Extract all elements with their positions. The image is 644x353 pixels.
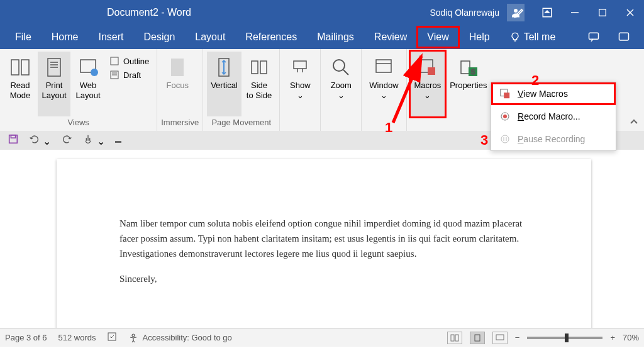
annotation-2: 2 xyxy=(531,72,539,89)
svg-rect-32 xyxy=(461,61,470,74)
svg-rect-46 xyxy=(451,335,454,341)
close-icon[interactable] xyxy=(616,0,644,25)
web-view-icon[interactable] xyxy=(492,332,508,344)
svg-line-27 xyxy=(343,70,348,75)
touch-mode-icon[interactable]: ⌄ xyxy=(80,132,107,148)
menu-design[interactable]: Design xyxy=(135,28,184,47)
zoom-slider[interactable] xyxy=(527,337,602,339)
signature-line: Sincerely, xyxy=(119,271,528,286)
ribbon-group-show: Show⌄ xyxy=(280,49,321,131)
svg-point-38 xyxy=(503,115,507,118)
pen-icon[interactable] xyxy=(506,0,533,25)
svg-rect-20 xyxy=(171,59,184,76)
menu-help[interactable]: Help xyxy=(460,28,499,47)
menu-insert[interactable]: Insert xyxy=(89,28,132,47)
menu-tellme[interactable]: Tell me xyxy=(501,28,565,47)
zoom-level[interactable]: 70% xyxy=(623,333,639,342)
share-icon[interactable] xyxy=(610,25,638,50)
draft-button[interactable]: Draft xyxy=(106,68,153,82)
svg-rect-44 xyxy=(108,333,116,340)
pause-recording-item: Pause Recording xyxy=(491,128,616,150)
pause-icon xyxy=(499,133,511,145)
read-mode-button[interactable]: Read Mode xyxy=(4,52,36,116)
ribbon-group-pagemove: Vertical Side to Side Page Movement xyxy=(203,49,280,131)
svg-point-15 xyxy=(91,69,98,76)
document-title: Document2 - Word xyxy=(107,7,191,18)
properties-button[interactable]: S Properties xyxy=(446,52,491,116)
menu-bar: File Home Insert Design Layout Reference… xyxy=(0,25,644,49)
undo-icon[interactable]: ⌄ xyxy=(26,132,53,148)
svg-rect-23 xyxy=(252,61,258,74)
ribbon-group-immersive: Focus Immersive xyxy=(157,49,203,131)
print-layout-button[interactable]: Print Layout xyxy=(38,52,70,116)
svg-point-26 xyxy=(333,60,345,71)
maximize-icon[interactable] xyxy=(589,0,616,25)
outline-button[interactable]: Outline xyxy=(106,54,153,68)
zoom-button[interactable]: Zoom⌄ xyxy=(325,52,357,116)
accessibility-icon xyxy=(128,333,138,343)
svg-point-39 xyxy=(501,135,509,143)
annotation-1: 1 xyxy=(385,120,392,136)
annotation-arrow xyxy=(384,47,440,129)
menu-layout[interactable]: Layout xyxy=(186,28,234,47)
qat-customize-icon[interactable]: ▬ xyxy=(113,136,124,145)
show-button[interactable]: Show⌄ xyxy=(284,52,316,116)
word-count[interactable]: 512 words xyxy=(58,333,96,342)
svg-line-50 xyxy=(393,56,421,123)
menu-mailings[interactable]: Mailings xyxy=(308,28,363,47)
ribbon-group-zoom: Zoom⌄ xyxy=(321,49,362,131)
lightbulb-icon xyxy=(510,32,520,42)
ribbon-display-icon[interactable] xyxy=(533,0,561,25)
svg-rect-16 xyxy=(111,57,118,65)
web-layout-button[interactable]: Web Layout xyxy=(72,52,104,116)
comments-icon[interactable] xyxy=(580,25,608,50)
title-bar: Document2 - Word Sodiq Olanrewaju xyxy=(0,0,644,25)
record-macro-item[interactable]: Record Macro... xyxy=(491,105,616,128)
svg-point-45 xyxy=(132,334,135,337)
macros-dropdown: View Macros Record Macro... Pause Record… xyxy=(491,82,616,151)
view-macros-item[interactable]: View Macros xyxy=(491,82,616,105)
zoom-out-icon[interactable]: − xyxy=(515,333,520,342)
side-to-side-button[interactable]: Side to Side xyxy=(243,52,275,116)
status-bar: Page 3 of 6 512 words Accessibility: Goo… xyxy=(0,328,644,347)
svg-rect-49 xyxy=(496,335,504,340)
record-icon xyxy=(499,110,511,123)
menu-home[interactable]: Home xyxy=(43,28,87,47)
svg-rect-3 xyxy=(599,9,606,16)
window-controls xyxy=(506,0,644,25)
collapse-ribbon-icon[interactable] xyxy=(629,117,639,130)
ribbon-group-views: Read Mode Print Layout Web Layout Outlin… xyxy=(0,49,157,131)
minimize-icon[interactable] xyxy=(561,0,589,25)
svg-rect-9 xyxy=(21,60,29,75)
save-icon[interactable] xyxy=(5,132,21,148)
svg-rect-36 xyxy=(504,92,509,98)
page-indicator[interactable]: Page 3 of 6 xyxy=(5,333,47,342)
svg-rect-43 xyxy=(11,135,15,138)
body-paragraph: Nam liber tempor cum soluta nobis eleife… xyxy=(119,216,528,261)
accessibility-status[interactable]: Accessibility: Good to go xyxy=(128,333,231,343)
svg-rect-8 xyxy=(11,60,19,75)
zoom-in-icon[interactable]: + xyxy=(610,333,615,342)
macro-list-icon xyxy=(499,87,511,100)
document-area[interactable]: Nam liber tempor cum soluta nobis eleife… xyxy=(0,150,644,328)
menu-review[interactable]: Review xyxy=(365,28,416,47)
redo-icon[interactable] xyxy=(58,132,75,148)
user-name: Sodiq Olanrewaju xyxy=(430,8,499,18)
focus-button[interactable]: Focus xyxy=(161,52,194,116)
svg-rect-25 xyxy=(294,61,306,69)
annotation-3: 3 xyxy=(480,132,488,148)
menu-references[interactable]: References xyxy=(236,28,306,47)
chevron-down-icon: ⌄ xyxy=(338,91,345,100)
svg-rect-6 xyxy=(589,33,599,39)
svg-rect-7 xyxy=(619,33,629,40)
menu-view[interactable]: View xyxy=(418,28,457,47)
svg-rect-48 xyxy=(475,335,480,341)
chevron-down-icon: ⌄ xyxy=(297,91,304,100)
svg-rect-47 xyxy=(455,335,458,341)
vertical-button[interactable]: Vertical xyxy=(207,52,242,116)
svg-rect-24 xyxy=(260,61,267,74)
menu-file[interactable]: File xyxy=(6,28,40,47)
print-view-icon[interactable] xyxy=(470,332,485,344)
read-view-icon[interactable] xyxy=(447,332,462,344)
spell-check-icon[interactable] xyxy=(107,332,117,344)
